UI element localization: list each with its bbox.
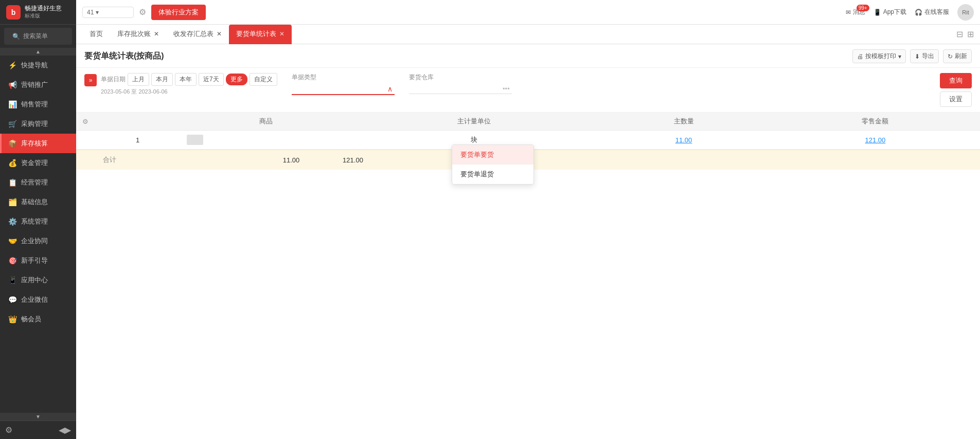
sidebar-item-quick-nav[interactable]: ⚡ 快捷导航	[0, 56, 76, 75]
tab-batch-account-close[interactable]: ✕	[154, 30, 159, 38]
type-select[interactable]: ∧	[292, 84, 395, 95]
col-settings-header: ⚙	[76, 113, 95, 131]
inventory-icon: 📦	[8, 139, 17, 148]
sidebar-search[interactable]: 🔍 搜索菜单	[4, 28, 72, 45]
footer-label: 合计	[84, 155, 116, 164]
sidebar-item-system[interactable]: ⚙️ 系统管理	[0, 212, 76, 231]
sidebar-item-label: 快捷导航	[21, 61, 48, 70]
app-center-icon: 📱	[8, 276, 17, 285]
tab-order-summary[interactable]: 要货单统计表 ✕	[229, 25, 292, 44]
warehouse-select[interactable]: •••	[409, 84, 512, 94]
type-label: 单据类型	[292, 73, 395, 82]
sidebar-item-label: 基础信息	[21, 197, 48, 207]
date-label: 单据日期	[101, 75, 126, 84]
tab-home[interactable]: 首页	[82, 25, 110, 44]
col-amount-header: 零售金额	[771, 113, 980, 131]
tab-batch-account[interactable]: 库存批次账 ✕	[110, 25, 166, 44]
content-area: 要货单统计表(按商品) 🖨 按模板打印 ▾ ⬇ 导出 ↻ 刷新	[76, 44, 980, 439]
sidebar-item-label: 系统管理	[21, 217, 48, 226]
date-range-text: 2023-05-06 至 2023-06-06	[101, 88, 277, 96]
guide-icon: 🎯	[8, 256, 17, 265]
filter-settings-btn[interactable]: 设置	[940, 92, 972, 107]
refresh-label: 刷新	[955, 52, 967, 61]
sidebar-item-purchase[interactable]: 🛒 采购管理	[0, 114, 76, 134]
col-qty-header: 主数量	[597, 113, 771, 131]
tab-maximize-btn[interactable]: ⊞	[967, 29, 974, 39]
app-version: 标准版	[25, 12, 62, 20]
sidebar-item-marketing[interactable]: 📢 营销推广	[0, 75, 76, 95]
date-btn-last-month[interactable]: 上月	[128, 73, 149, 86]
sidebar-item-label: 应用中心	[21, 276, 48, 285]
topbar-gear-icon[interactable]: ⚙	[139, 7, 146, 17]
row-seq-cell: 1	[95, 131, 181, 150]
sidebar-item-enterprise[interactable]: 🤝 企业协同	[0, 231, 76, 251]
sidebar-item-label: 资金管理	[21, 158, 48, 168]
online-service-label: 在线客服	[924, 8, 949, 16]
company-selector[interactable]: 41 ▾	[82, 7, 134, 18]
tabs-bar: 首页 库存批次账 ✕ 收发存汇总表 ✕ 要货单统计表 ✕ ⊟ ⊞	[76, 25, 980, 44]
date-btn-7days[interactable]: 近7天	[199, 73, 224, 86]
sidebar-item-sales[interactable]: 📊 销售管理	[0, 95, 76, 114]
filter-date-group: 单据日期 上月 本月 本年 近7天 更多 自定义 2023-05-06 至 20…	[101, 73, 277, 96]
warehouse-label: 要货仓库	[409, 73, 512, 82]
app-download-btn[interactable]: 📱 App下载	[874, 8, 906, 16]
sidebar-scroll-down[interactable]: ▼	[0, 413, 76, 420]
date-btn-custom[interactable]: 自定义	[250, 73, 277, 86]
sidebar-scroll-up[interactable]: ▲	[0, 48, 76, 56]
print-btn[interactable]: 🖨 按模板打印 ▾	[852, 49, 906, 63]
wechat-icon: 💬	[8, 295, 17, 304]
settings-icon[interactable]: ⚙	[5, 425, 12, 435]
tab-receive-summary-close[interactable]: ✕	[217, 30, 222, 38]
tab-receive-summary[interactable]: 收发存汇总表 ✕	[166, 25, 229, 44]
app-download-label: App下载	[883, 8, 906, 16]
app-name: 畅捷通好生意	[25, 5, 62, 13]
dropdown-item-order[interactable]: 要货单要货	[452, 145, 533, 164]
filter-expand-btn[interactable]: »	[84, 74, 97, 86]
sidebar-item-wechat[interactable]: 💬 企业微信	[0, 290, 76, 309]
warehouse-more-icon[interactable]: •••	[503, 85, 510, 93]
message-icon: ✉	[846, 9, 851, 16]
download-icon: 📱	[874, 9, 881, 16]
date-btn-more[interactable]: 更多	[226, 74, 247, 85]
tab-batch-account-label: 库存批次账	[117, 29, 151, 39]
tab-minimize-btn[interactable]: ⊟	[956, 29, 963, 39]
page-title: 要货单统计表(按商品)	[84, 51, 164, 62]
sidebar-item-base[interactable]: 🗂️ 基础信息	[0, 192, 76, 212]
sidebar-item-label: 营销推广	[21, 80, 48, 89]
date-btn-this-month[interactable]: 本月	[151, 73, 173, 86]
sidebar-item-label: 企业微信	[21, 295, 48, 304]
sidebar-item-finance[interactable]: 💰 资金管理	[0, 153, 76, 173]
finance-icon: 💰	[8, 158, 17, 168]
purchase-icon: 🛒	[8, 119, 17, 129]
print-label: 按模板打印	[865, 52, 896, 61]
export-icon: ⬇	[915, 53, 920, 60]
tab-home-label: 首页	[90, 29, 103, 39]
refresh-btn[interactable]: ↻ 刷新	[943, 49, 972, 63]
dropdown-item-return[interactable]: 要货单退货	[452, 164, 533, 184]
sidebar-item-label: 畅会员	[21, 315, 41, 324]
sidebar-item-operation[interactable]: 📋 经营管理	[0, 173, 76, 192]
table-settings-icon[interactable]: ⚙	[82, 118, 88, 125]
filter-date-row: 单据日期 上月 本月 本年 近7天 更多 自定义	[101, 73, 277, 86]
user-avatar[interactable]: Rit	[957, 4, 974, 21]
sidebar-item-label: 新手引导	[21, 256, 48, 265]
expand-icon: »	[89, 77, 93, 84]
sidebar-item-app-center[interactable]: 📱 应用中心	[0, 270, 76, 290]
sidebar-item-member[interactable]: 👑 畅会员	[0, 309, 76, 329]
query-btn[interactable]: 查询	[940, 73, 972, 88]
type-caret-icon[interactable]: ∧	[387, 85, 393, 93]
sidebar-item-inventory[interactable]: 📦 库存核算	[0, 134, 76, 153]
type-input[interactable]	[294, 85, 387, 93]
collapse-icon[interactable]: ◀▶	[59, 425, 71, 435]
online-service-btn[interactable]: 🎧 在线客服	[915, 8, 949, 16]
tab-order-summary-close[interactable]: ✕	[279, 30, 284, 38]
row-amount-cell: 121.00	[771, 131, 980, 150]
date-btn-this-year[interactable]: 本年	[175, 73, 197, 86]
message-count: 99+	[857, 5, 869, 11]
filter-warehouse-group: 要货仓库 •••	[409, 73, 512, 94]
marketing-icon: 📢	[8, 80, 17, 89]
trial-btn[interactable]: 体验行业方案	[151, 5, 206, 20]
export-btn[interactable]: ⬇ 导出	[910, 49, 939, 63]
sidebar-item-guide[interactable]: 🎯 新手引导	[0, 251, 76, 270]
message-badge[interactable]: ✉ 消息 99+	[846, 8, 865, 16]
